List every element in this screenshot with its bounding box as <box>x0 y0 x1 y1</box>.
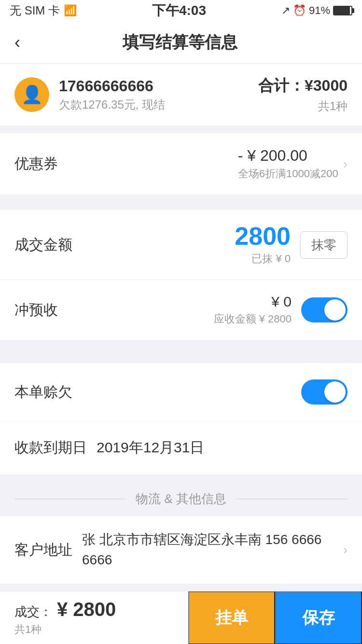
alarm-icon: ⏰ <box>293 4 306 17</box>
address-value: 张 北京市市辖区海淀区永丰南 156 6666 6666 <box>82 530 334 570</box>
deal-right: 2800 已抹 ¥ 0 抹零 <box>235 224 348 266</box>
credit-row: 本单赊欠 <box>0 363 362 421</box>
status-bar: 无 SIM 卡 📶 下午4:03 ↗ ⏰ 91% <box>0 0 362 21</box>
total-amount: 合计：¥3000 <box>258 75 348 97</box>
deal-amount-row: 成交金额 2800 已抹 ¥ 0 抹零 <box>0 210 362 280</box>
prepay-label: 冲预收 <box>14 300 58 320</box>
battery-icon <box>333 6 352 15</box>
address-row[interactable]: 客户地址 张 北京市市辖区海淀区永丰南 156 6666 6666 › <box>0 516 362 584</box>
chevron-right-icon: › <box>343 156 348 172</box>
coupon-label: 优惠券 <box>14 154 58 174</box>
due-date-row: 收款到期日 2019年12月31日 <box>0 421 362 474</box>
coupon-right: - ¥ 200.00 全场6折满1000减200 <box>238 147 338 181</box>
wifi-icon: 📶 <box>64 4 77 17</box>
round-button[interactable]: 抹零 <box>300 231 348 259</box>
bottom-info: 成交： ¥ 2800 共1种 <box>0 599 188 637</box>
status-time: 下午4:03 <box>152 1 206 20</box>
deal-amount-label: 成交金额 <box>14 235 72 255</box>
customer-left: 👤 17666666666 欠款1276.35元, 现结 <box>14 77 165 112</box>
prepay-toggle[interactable] <box>301 297 348 322</box>
prepay-amount: ¥ 0 <box>214 294 292 310</box>
status-left: 无 SIM 卡 📶 <box>10 3 77 18</box>
bottom-deal-label: 成交： <box>14 603 52 620</box>
bottom-total-row: 成交： ¥ 2800 <box>14 599 174 620</box>
coupon-discount: - ¥ 200.00 <box>238 147 338 165</box>
divider-2 <box>0 348 362 355</box>
customer-info: 17666666666 欠款1276.35元, 现结 <box>59 77 165 112</box>
logistics-line-right <box>236 499 348 499</box>
customer-note: 欠款1276.35元, 现结 <box>59 97 165 112</box>
address-chevron-icon: › <box>343 542 348 558</box>
customer-row: 👤 17666666666 欠款1276.35元, 现结 合计：¥3000 共1… <box>0 64 362 126</box>
prepay-right: ¥ 0 应收金额 ¥ 2800 <box>214 294 348 326</box>
header: ‹ 填写结算等信息 <box>0 21 362 64</box>
credit-section: 本单赊欠 收款到期日 2019年12月31日 <box>0 363 362 474</box>
prepay-sub: 应收金额 ¥ 2800 <box>214 312 292 326</box>
avatar: 👤 <box>14 77 49 112</box>
customer-phone: 17666666666 <box>59 77 165 95</box>
avatar-icon: 👤 <box>21 84 43 105</box>
toggle-circle <box>324 299 346 321</box>
battery-percent: 91% <box>309 4 330 17</box>
customer-right: 合计：¥3000 共1种 <box>258 75 348 114</box>
deal-amount-sub: 已抹 ¥ 0 <box>235 252 291 266</box>
due-date-label: 收款到期日 <box>14 438 87 458</box>
divider <box>0 202 362 210</box>
deal-amount-section: 成交金额 2800 已抹 ¥ 0 抹零 冲预收 ¥ 0 应收金额 ¥ 2800 <box>0 210 362 340</box>
sim-label: 无 SIM 卡 <box>10 3 60 18</box>
credit-label: 本单赊欠 <box>14 382 72 402</box>
bottom-amount: ¥ 2800 <box>57 599 116 620</box>
credit-toggle[interactable] <box>301 379 348 405</box>
save-button[interactable]: 保存 <box>275 591 362 644</box>
bottom-bar: 成交： ¥ 2800 共1种 挂单 保存 <box>0 591 362 644</box>
bottom-count: 共1种 <box>14 622 174 637</box>
pending-button[interactable]: 挂单 <box>188 591 275 644</box>
prepay-row: 冲预收 ¥ 0 应收金额 ¥ 2800 <box>0 280 362 340</box>
status-right: ↗ ⏰ 91% <box>281 4 352 17</box>
back-button[interactable]: ‹ <box>14 32 20 53</box>
logistics-line-left <box>14 499 126 499</box>
prepay-value-block: ¥ 0 应收金额 ¥ 2800 <box>214 294 292 326</box>
logistics-label: 物流 & 其他信息 <box>136 490 226 507</box>
page-title: 填写结算等信息 <box>30 31 330 54</box>
deal-amount-value: 2800 <box>235 224 291 249</box>
coupon-row[interactable]: 优惠券 - ¥ 200.00 全场6折满1000减200 › <box>0 133 362 195</box>
address-label: 客户地址 <box>14 540 72 560</box>
deal-amount-block: 2800 已抹 ¥ 0 <box>235 224 291 266</box>
coupon-desc: 全场6折满1000减200 <box>238 167 338 181</box>
credit-toggle-circle <box>324 381 346 403</box>
due-date-value: 2019年12月31日 <box>97 438 204 458</box>
logistics-divider: 物流 & 其他信息 <box>0 482 362 516</box>
total-count: 共1种 <box>258 98 348 114</box>
location-icon: ↗ <box>281 4 290 17</box>
